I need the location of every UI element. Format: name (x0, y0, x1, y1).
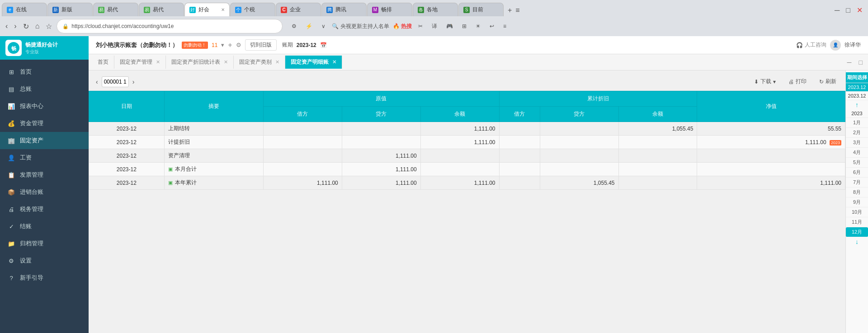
maximize-button[interactable]: □ (844, 4, 852, 16)
brightness-button[interactable]: ☀ (473, 21, 483, 31)
gamepad-button[interactable]: ⊞ (459, 21, 469, 31)
tab-label: 畅排 (381, 6, 392, 14)
browser-tab-chang[interactable]: M 畅排 (367, 3, 412, 16)
browser-tab-online[interactable]: e 在线 (2, 3, 47, 16)
period-year-item-2[interactable]: 2023.12 (846, 92, 868, 100)
menu-button[interactable]: ≡ (500, 21, 509, 31)
browser-tab-geshui[interactable]: 个 个税 (230, 3, 275, 16)
browser-tab-new[interactable]: 新 新版 (47, 3, 93, 16)
period-scroll-up[interactable]: ↑ (854, 100, 859, 109)
dropdown-button[interactable]: ∨ (319, 21, 328, 31)
tab-fa-depreciation[interactable]: 固定资产折旧统计表 ✕ (166, 56, 234, 69)
sidebar-item-payroll[interactable]: 👤 工资 (0, 149, 89, 166)
sidebar-item-closing[interactable]: ✓ 结账 (0, 218, 89, 235)
tab-close-icon[interactable]: ✕ (221, 7, 225, 12)
calendar-icon[interactable]: 📅 (320, 42, 327, 48)
wallet-button[interactable]: 🎮 (443, 21, 456, 31)
tab-collapse-button[interactable]: ─ (845, 58, 854, 67)
forward-button[interactable]: › (12, 20, 18, 32)
sidebar-item-guide[interactable]: ? 新手引导 (0, 269, 89, 286)
minimize-button[interactable]: ─ (833, 4, 841, 16)
period-month-10[interactable]: 10月 (846, 207, 868, 217)
new-tab-button[interactable]: + (506, 5, 514, 16)
tab-fa-mgmt-label: 固定资产管理 (120, 58, 152, 66)
sidebar-item-settings[interactable]: ⚙ 设置 (0, 252, 89, 269)
period-month-8[interactable]: 8月 (846, 188, 868, 197)
switch-version-button[interactable]: 切到旧版 (245, 39, 277, 51)
prev-page-button[interactable]: ‹ (94, 77, 100, 86)
sidebar-item-label: 设置 (20, 257, 32, 265)
next-page-button[interactable]: › (131, 77, 137, 86)
sidebar-app-subtitle: 专业版 (25, 49, 58, 55)
translate-button[interactable]: 译 (429, 21, 440, 32)
period-month-6[interactable]: 6月 (846, 168, 868, 178)
print-button[interactable]: 🖨 打印 (785, 76, 810, 87)
add-button[interactable]: + (228, 41, 232, 49)
tab-fa-category[interactable]: 固定资产类别 ✕ (234, 56, 285, 69)
period-scroll-down[interactable]: ↓ (854, 237, 859, 246)
home-button[interactable]: ⌂ (33, 20, 42, 32)
tab-close-fa-mgmt[interactable]: ✕ (156, 59, 160, 65)
lightning-button[interactable]: ⚡ (303, 21, 315, 31)
app-main: 刘小艳演示账套（勿删勿动！） 勿删勿动！ 11 ▾ + ⚙ 切到旧版 账期 20… (89, 36, 868, 333)
browser-tab-haokuai[interactable]: 好 好会 ✕ (184, 3, 230, 16)
period-month-4[interactable]: 4月 (846, 148, 868, 158)
sidebar-item-report[interactable]: 📊 报表中心 (0, 98, 89, 115)
tab-label: 新版 (61, 6, 72, 14)
browser-tab-muqian[interactable]: S 目前 (458, 3, 504, 16)
period-month-7[interactable]: 7月 (846, 178, 868, 188)
period-month-3[interactable]: 3月 (846, 138, 868, 148)
tab-fa-dep-label: 固定资产折旧统计表 (171, 58, 220, 66)
col-date: 日期 (89, 91, 165, 122)
address-bar[interactable]: 🔒 https://cloud.chanjet.com/accounting/u… (57, 19, 283, 33)
col-accumulated-dep: 累计折旧 (499, 91, 697, 107)
page-number-input[interactable] (102, 76, 129, 87)
browser-tab-tencent[interactable]: 腾 腾讯 (321, 3, 367, 16)
expand-button[interactable]: ▾ (221, 42, 224, 48)
sidebar-item-label: 资金管理 (20, 119, 43, 127)
tab-home[interactable]: 首页 (92, 56, 114, 69)
period-month-5[interactable]: 5月 (846, 158, 868, 168)
close-button[interactable]: ✕ (855, 4, 864, 16)
period-month-11[interactable]: 11月 (846, 217, 868, 227)
back-button[interactable]: ‹ (4, 20, 9, 32)
tab-close-fa-cat[interactable]: ✕ (275, 59, 279, 65)
sidebar-item-invoice[interactable]: 📋 发票管理 (0, 166, 89, 183)
sidebar-item-archive[interactable]: 📁 归档管理 (0, 235, 89, 252)
browser-tab-enterprise[interactable]: C 企业 (276, 3, 321, 16)
hot-search-label[interactable]: 🔥 热搜 (393, 23, 412, 30)
bookmark-button[interactable]: ☆ (44, 20, 54, 33)
sidebar-item-tax[interactable]: 🖨 税务管理 (0, 201, 89, 218)
tab-menu-button[interactable]: ≡ (514, 5, 521, 16)
sidebar-item-ledger[interactable]: ▤ 总账 (0, 80, 89, 98)
tab-expand-button[interactable]: □ (857, 58, 864, 67)
period-month-2[interactable]: 2月 (846, 128, 868, 138)
history-back-button[interactable]: ↩ (487, 21, 497, 31)
period-year-label[interactable]: 2023 (846, 109, 868, 118)
browser-tab-yidai1[interactable]: 易 易代 (93, 3, 138, 16)
browser-tab-gedi[interactable]: 各 各地 (413, 3, 458, 16)
period-month-9[interactable]: 9月 (846, 197, 868, 207)
content-area: ‹ › ⬇ 下载 ▾ 🖨 打印 (89, 70, 868, 333)
sidebar-item-fund[interactable]: 💰 资金管理 (0, 115, 89, 132)
browser-tab-yidai2[interactable]: 易 易代 (139, 3, 184, 16)
tab-fa-detail[interactable]: 固定资产明细账 ✕ (285, 56, 342, 69)
period-month-1[interactable]: 1月 (846, 118, 868, 128)
settings-small-button[interactable]: ⚙ (236, 42, 241, 48)
reload-button[interactable]: ↻ (21, 20, 31, 33)
extensions-button[interactable]: ⚙ (289, 21, 299, 31)
tab-close-fa-detail[interactable]: ✕ (332, 59, 336, 65)
tab-fa-mgmt[interactable]: 固定资产管理 ✕ (114, 56, 166, 69)
refresh-button[interactable]: ↻ 刷新 (816, 76, 840, 87)
scissors-button[interactable]: ✂ (415, 21, 425, 31)
sidebar-item-fixed-assets[interactable]: 🏢 固定资产 (0, 132, 89, 149)
period-year-item-1[interactable]: 2023.12 (846, 83, 868, 92)
download-button[interactable]: ⬇ 下载 ▾ (750, 76, 779, 87)
period-month-12[interactable]: 12月 (846, 227, 868, 237)
cell-net-value: 1,111.00 2023 (697, 136, 845, 149)
col-accum-debit: 借方 (499, 107, 540, 122)
tab-close-fa-dep[interactable]: ✕ (224, 59, 228, 65)
support-button[interactable]: 🎧 人工咨询 (796, 41, 826, 49)
sidebar-item-home[interactable]: ⊞ 首页 (0, 63, 89, 80)
sidebar-item-purchase-sales[interactable]: 📦 进销台账 (0, 183, 89, 201)
